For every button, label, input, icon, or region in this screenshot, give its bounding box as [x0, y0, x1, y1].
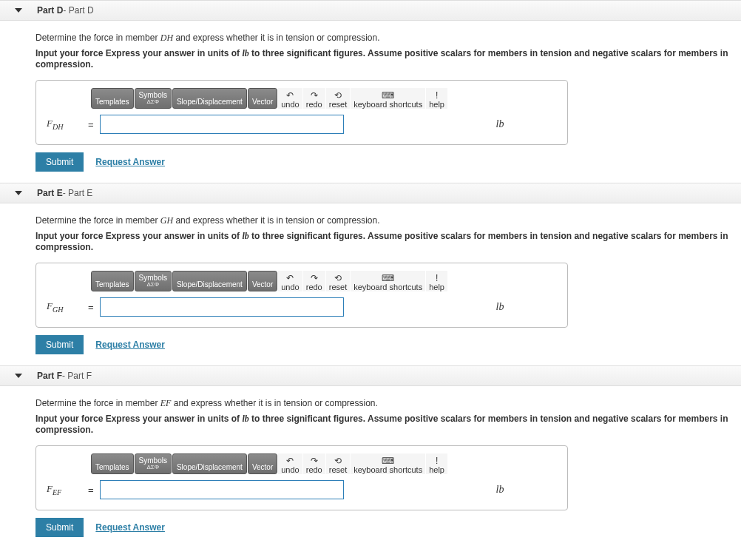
answer-input[interactable]	[100, 297, 344, 317]
part-title: Part F	[37, 371, 62, 381]
equation-toolbar: Templates SymbolsΔΣΦ Slope/Displacement …	[91, 88, 557, 109]
actions-row: Submit Request Answer	[35, 152, 734, 172]
symbols-button[interactable]: SymbolsΔΣΦ	[135, 453, 172, 474]
part-subtitle: - Part E	[63, 188, 93, 198]
part-subtitle: - Part F	[62, 371, 92, 381]
undo-icon: ↶	[286, 91, 294, 100]
vector-button[interactable]: Vector	[248, 88, 277, 109]
equals-sign: =	[88, 302, 94, 313]
vector-button[interactable]: Vector	[248, 453, 277, 474]
reset-button[interactable]: ⟲reset	[326, 88, 350, 109]
redo-button[interactable]: ↷redo	[303, 453, 325, 474]
templates-button[interactable]: Templates	[91, 271, 134, 291]
request-answer-link[interactable]: Request Answer	[95, 157, 165, 167]
unit-label: lb	[496, 484, 504, 496]
help-button[interactable]: !help	[426, 453, 447, 474]
undo-button[interactable]: ↶undo	[278, 453, 302, 474]
actions-row: Submit Request Answer	[35, 518, 734, 537]
answer-input[interactable]	[100, 480, 344, 499]
chevron-down-icon[interactable]	[15, 374, 22, 378]
symbols-button[interactable]: SymbolsΔΣΦ	[135, 88, 172, 109]
part-e: Part E - Part E Determine the force in m…	[0, 183, 741, 354]
submit-button[interactable]: Submit	[35, 152, 84, 172]
reset-icon: ⟲	[334, 456, 342, 465]
answer-box: Templates SymbolsΔΣΦ Slope/Displacement …	[35, 80, 568, 145]
part-f: Part F - Part F Determine the force in m…	[0, 365, 741, 537]
keyboard-icon: ⌨	[382, 274, 394, 283]
equals-sign: =	[88, 485, 94, 496]
undo-icon: ↶	[286, 456, 294, 465]
part-title: Part D	[37, 5, 63, 16]
slope-button[interactable]: Slope/Displacement	[172, 453, 247, 474]
equation-toolbar: Templates SymbolsΔΣΦ Slope/Displacement …	[91, 453, 557, 474]
input-row: FDH = lb	[47, 115, 557, 134]
chevron-down-icon[interactable]	[15, 8, 22, 13]
request-answer-link[interactable]: Request Answer	[95, 340, 165, 350]
redo-icon: ↷	[311, 91, 318, 100]
instruction-text: Input your force Express your answer in …	[35, 231, 734, 252]
templates-button[interactable]: Templates	[91, 453, 134, 474]
equals-sign: =	[88, 119, 94, 130]
variable-label: FEF	[47, 483, 82, 496]
redo-icon: ↷	[311, 456, 318, 465]
answer-input[interactable]	[100, 115, 344, 134]
part-subtitle: - Part D	[63, 5, 93, 16]
variable-label: FDH	[47, 118, 82, 131]
reset-button[interactable]: ⟲reset	[326, 271, 350, 291]
variable-label: FGH	[47, 300, 82, 314]
help-button[interactable]: !help	[426, 88, 447, 109]
vector-button[interactable]: Vector	[248, 271, 277, 291]
prompt-text: Determine the force in member EF and exp…	[35, 398, 734, 409]
symbols-button[interactable]: SymbolsΔΣΦ	[135, 271, 172, 291]
part-header[interactable]: Part F - Part F	[0, 365, 741, 386]
submit-button[interactable]: Submit	[35, 335, 84, 354]
part-title: Part E	[37, 188, 63, 198]
submit-button[interactable]: Submit	[35, 518, 84, 537]
input-row: FEF = lb	[47, 480, 557, 499]
reset-icon: ⟲	[334, 274, 342, 283]
part-header[interactable]: Part D - Part D	[0, 0, 741, 21]
part-d: Part D - Part D Determine the force in m…	[0, 0, 741, 172]
input-row: FGH = lb	[47, 297, 557, 317]
redo-button[interactable]: ↷redo	[303, 88, 325, 109]
answer-box: Templates SymbolsΔΣΦ Slope/Displacement …	[35, 263, 568, 328]
actions-row: Submit Request Answer	[35, 335, 734, 354]
templates-button[interactable]: Templates	[91, 88, 134, 109]
chevron-down-icon[interactable]	[15, 191, 22, 195]
help-icon: !	[436, 91, 438, 100]
reset-button[interactable]: ⟲reset	[326, 453, 350, 474]
slope-button[interactable]: Slope/Displacement	[172, 88, 247, 109]
help-button[interactable]: !help	[426, 271, 447, 291]
instruction-text: Input your force Express your answer in …	[35, 414, 734, 435]
unit-label: lb	[496, 118, 504, 130]
unit-label: lb	[496, 301, 504, 313]
prompt-text: Determine the force in member DH and exp…	[35, 33, 734, 44]
part-body: Determine the force in member DH and exp…	[0, 21, 741, 172]
request-answer-link[interactable]: Request Answer	[95, 522, 165, 533]
prompt-text: Determine the force in member GH and exp…	[35, 215, 734, 226]
undo-button[interactable]: ↶undo	[278, 271, 302, 291]
keyboard-button[interactable]: ⌨keyboard shortcuts	[351, 88, 425, 109]
help-icon: !	[436, 456, 438, 465]
part-header[interactable]: Part E - Part E	[0, 183, 741, 203]
keyboard-button[interactable]: ⌨keyboard shortcuts	[351, 271, 425, 291]
redo-icon: ↷	[311, 274, 318, 283]
reset-icon: ⟲	[334, 91, 342, 100]
equation-toolbar: Templates SymbolsΔΣΦ Slope/Displacement …	[91, 271, 557, 291]
keyboard-icon: ⌨	[382, 91, 394, 100]
slope-button[interactable]: Slope/Displacement	[172, 271, 247, 291]
keyboard-button[interactable]: ⌨keyboard shortcuts	[351, 453, 425, 474]
part-body: Determine the force in member GH and exp…	[0, 203, 741, 354]
keyboard-icon: ⌨	[382, 456, 394, 465]
instruction-text: Input your force Express your answer in …	[35, 48, 734, 70]
help-icon: !	[436, 274, 438, 283]
part-body: Determine the force in member EF and exp…	[0, 386, 741, 537]
undo-icon: ↶	[286, 274, 294, 283]
redo-button[interactable]: ↷redo	[303, 271, 325, 291]
undo-button[interactable]: ↶undo	[278, 88, 302, 109]
answer-box: Templates SymbolsΔΣΦ Slope/Displacement …	[35, 445, 568, 510]
